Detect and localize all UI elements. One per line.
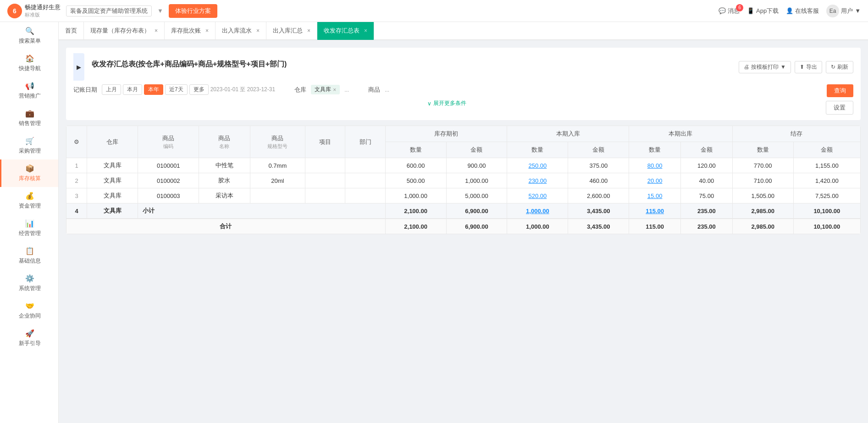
row-warehouse: 文具库	[87, 188, 138, 203]
search-icon: 🔍	[25, 27, 34, 35]
out-group-header: 本期出库	[629, 126, 733, 142]
sidebar-item-finance[interactable]: 💰 资金管理	[0, 187, 58, 214]
row-in-qty[interactable]: 250.00	[507, 158, 568, 173]
row-product-name: 中性笔	[199, 158, 250, 173]
marketing-icon: 📢	[25, 82, 34, 90]
export-icon: ⬆	[800, 64, 804, 70]
logo: 6 畅捷通好生意 标准版	[7, 3, 61, 18]
sidebar-item-system[interactable]: ⚙️ 系统管理	[0, 269, 58, 297]
product-more-btn[interactable]: ...	[385, 87, 389, 93]
row-out-amount: 40.00	[680, 173, 732, 188]
collapse-button[interactable]: ▶	[73, 53, 84, 81]
total-opening-amount: 6,900.00	[446, 219, 507, 234]
tab-stock-dist[interactable]: 现存量（库存分布表） ×	[84, 22, 165, 40]
filter-section: ▶ 收发存汇总表(按仓库+商品编码+商品+规格型号+项目+部门) 🖨 按模板打印…	[66, 48, 861, 120]
date-label: 记账日期	[73, 86, 97, 94]
row-out-qty[interactable]: 80.00	[629, 158, 681, 173]
sidebar-item-guide[interactable]: 🚀 新手引导	[0, 324, 58, 352]
sidebar-item-label: 搜索菜单	[19, 37, 41, 45]
online-service-icon: 👤	[786, 7, 793, 14]
tab-close-in-out-flow[interactable]: ×	[256, 27, 260, 34]
app-download-icon: 📱	[747, 7, 754, 14]
tab-close-batch[interactable]: ×	[205, 27, 209, 34]
warehouse-more-btn[interactable]: ...	[344, 87, 349, 93]
row-balance-amount: 7,525.00	[793, 188, 860, 203]
sidebar-item-marketing[interactable]: 📢 营销推广	[0, 77, 58, 104]
subtotal-row: 4 文具库 小计 2,100.00 6,900.00 1,000.00 3,43…	[66, 203, 861, 219]
date-btn-this-month[interactable]: 本月	[123, 84, 142, 95]
tab-home[interactable]: 首页	[59, 22, 84, 40]
expand-more-button[interactable]: ∨ 展开更多条件	[424, 98, 470, 109]
date-btn-this-year[interactable]: 本年	[144, 84, 163, 95]
product-name-column-header: 商品名称	[199, 126, 250, 158]
logo-sub: 标准版	[25, 11, 61, 18]
sidebar-item-label: 库存核算	[19, 175, 41, 182]
subtotal-warehouse: 文具库	[87, 203, 138, 219]
table-settings-icon[interactable]: ⚙	[71, 137, 82, 148]
sidebar-item-search[interactable]: 🔍 搜索菜单	[0, 22, 58, 49]
print-button[interactable]: 🖨 按模板打印 ▼	[739, 61, 791, 73]
date-btn-7days[interactable]: 近7天	[165, 84, 188, 95]
row-out-amount: 120.00	[680, 158, 732, 173]
row-in-qty[interactable]: 230.00	[507, 173, 568, 188]
experience-button[interactable]: 体验行业方案	[169, 4, 217, 18]
date-btn-more[interactable]: 更多	[189, 84, 209, 95]
logo-title: 畅捷通好生意	[25, 3, 61, 11]
row-in-amount: 375.00	[568, 158, 629, 173]
project-column-header: 项目	[305, 126, 345, 158]
query-button[interactable]: 查询	[827, 84, 853, 97]
app-download-button[interactable]: 📱 App下载	[747, 7, 779, 15]
row-department	[345, 158, 385, 173]
total-out-qty: 115.00	[629, 219, 681, 234]
row-out-qty[interactable]: 15.00	[629, 188, 681, 203]
row-out-qty[interactable]: 20.00	[629, 173, 681, 188]
tab-close-receipt-sum[interactable]: ×	[364, 27, 367, 34]
sidebar-item-sales[interactable]: 💼 销售管理	[0, 104, 58, 132]
export-button[interactable]: ⬆ 导出	[795, 61, 822, 73]
sidebar-item-label: 采购管理	[19, 147, 41, 155]
home-icon: 🏠	[25, 54, 34, 63]
user-dropdown-icon: ▼	[855, 7, 861, 14]
sidebar: 🔍 搜索菜单 🏠 快捷导航 📢 营销推广 💼 销售管理 🛒 采购管理 📦	[0, 22, 59, 423]
subtotal-opening-amount: 6,900.00	[446, 203, 507, 219]
tab-batch[interactable]: 库存批次账 ×	[165, 22, 216, 40]
tab-close-in-out-sum[interactable]: ×	[307, 27, 310, 34]
settings-button[interactable]: 设置	[826, 101, 853, 115]
row-in-qty[interactable]: 520.00	[507, 188, 568, 203]
tab-in-out-sum[interactable]: 出入库汇总 ×	[266, 22, 317, 40]
row-product-name: 胶水	[199, 173, 250, 188]
sidebar-item-basic[interactable]: 📋 基础信息	[0, 242, 58, 269]
subtotal-in-qty[interactable]: 1,000.00	[507, 203, 568, 219]
data-table: ⚙ 仓库 商品编码 商品名称 商品规格型号 项目 部门 库存期初 本期入库 本	[66, 126, 861, 234]
page-content: ▶ 收发存汇总表(按仓库+商品编码+商品+规格型号+项目+部门) 🖨 按模板打印…	[59, 40, 868, 423]
refresh-button[interactable]: ↻ 刷新	[826, 61, 853, 73]
date-range: 2023-01-01 至 2023-12-31	[210, 86, 275, 93]
online-service-button[interactable]: 👤 在线客服	[786, 7, 819, 15]
user-button[interactable]: Ea 用户 ▼	[826, 5, 861, 17]
sidebar-item-operations[interactable]: 📊 经营管理	[0, 214, 58, 242]
warehouse-tag-close[interactable]: ×	[333, 87, 336, 93]
row-warehouse: 文具库	[87, 158, 138, 173]
tab-close-stock-dist[interactable]: ×	[155, 27, 158, 34]
expand-icon: ∨	[427, 100, 431, 107]
row-in-amount: 460.00	[568, 173, 629, 188]
sidebar-item-purchase[interactable]: 🛒 采购管理	[0, 132, 58, 159]
message-button[interactable]: 💬 消息 6	[719, 7, 740, 15]
sidebar-item-label: 快捷导航	[19, 65, 41, 72]
sidebar-item-label: 企业协同	[19, 312, 41, 320]
sidebar-item-label: 系统管理	[19, 285, 41, 292]
system-dropdown-icon[interactable]: ▼	[157, 7, 163, 14]
tab-receipt-sum[interactable]: 收发存汇总表 ×	[317, 22, 374, 40]
opening-qty-header: 数量	[385, 142, 446, 158]
product-spec-column-header: 商品规格型号	[250, 126, 305, 158]
page-title: 收发存汇总表(按仓库+商品编码+商品+规格型号+项目+部门)	[92, 60, 287, 69]
in-group-header: 本期入库	[507, 126, 629, 142]
print-icon: 🖨	[744, 64, 749, 70]
subtotal-out-qty[interactable]: 115.00	[629, 203, 681, 219]
sidebar-item-enterprise[interactable]: 🤝 企业协同	[0, 297, 58, 324]
sidebar-item-quick-nav[interactable]: 🏠 快捷导航	[0, 49, 58, 77]
opening-amount-header: 金额	[446, 142, 507, 158]
sidebar-item-inventory[interactable]: 📦 库存核算	[0, 159, 58, 187]
tab-in-out-flow[interactable]: 出入库流水 ×	[216, 22, 266, 40]
date-btn-prev-month[interactable]: 上月	[102, 84, 121, 95]
